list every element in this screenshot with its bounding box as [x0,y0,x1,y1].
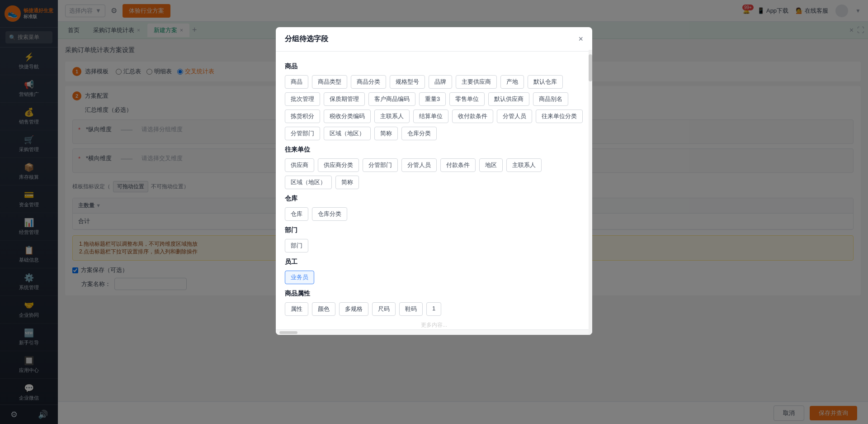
field-manage-dept[interactable]: 分管部门 [285,127,320,140]
field-warehouse[interactable]: 仓库 [285,207,308,221]
field-size[interactable]: 尺码 [372,302,396,316]
field-goods-category[interactable]: 商品分类 [351,75,386,89]
scroll-track [589,50,592,335]
field-region-area[interactable]: 区域（地区） [324,127,371,140]
field-supplier-name[interactable]: 供应商 [285,158,314,172]
horizontal-scroll-bar [276,329,592,335]
group-dept-fields: 部门 [285,239,583,252]
field-default-supplier[interactable]: 默认供应商 [488,92,529,106]
field-region-sup[interactable]: 地区 [479,158,503,172]
field-shelf-life[interactable]: 保质期管理 [324,92,365,106]
field-num1[interactable]: 1 [426,302,441,316]
group-supplier-fields: 供应商 供应商分类 分管部门 分管人员 付款条件 地区 主联系人 区域（地区） … [285,158,583,189]
group-title-employee: 员工 [285,258,583,266]
field-dept[interactable]: 部门 [285,239,308,252]
field-retail-unit[interactable]: 零售单位 [449,92,485,106]
modal-overlay: 分组待选字段 × 商品 商品 商品类型 商品分类 规格型号 品牌 主要供应商 产… [0,0,868,424]
more-indicator: 更多内容... [285,321,583,329]
field-pickup-points[interactable]: 拣货积分 [285,110,320,123]
dialog-body: 商品 商品 商品类型 商品分类 规格型号 品牌 主要供应商 产地 默认仓库 批次… [276,52,592,329]
field-customer-code[interactable]: 客户商品编码 [368,92,415,106]
group-title-supplier: 往来单位 [285,146,583,154]
field-batch-mgmt[interactable]: 批次管理 [285,92,320,106]
dialog-header: 分组待选字段 × [276,27,592,52]
field-settle-unit[interactable]: 结算单位 [413,110,448,123]
horizontal-scroll-thumb[interactable] [279,331,297,334]
field-origin[interactable]: 产地 [500,75,524,89]
group-goods-fields: 商品 商品类型 商品分类 规格型号 品牌 主要供应商 产地 默认仓库 批次管理 … [285,75,583,140]
field-brand[interactable]: 品牌 [429,75,452,89]
field-manager[interactable]: 分管人员 [497,110,532,123]
field-payment-terms[interactable]: 收付款条件 [452,110,493,123]
scroll-thumb[interactable] [589,54,592,81]
dialog-close-button[interactable]: × [578,34,583,44]
field-goods-alias[interactable]: 商品别名 [533,92,568,106]
field-attr[interactable]: 属性 [285,302,308,316]
field-contact-sup[interactable]: 主联系人 [506,158,542,172]
field-select-dialog: 分组待选字段 × 商品 商品 商品类型 商品分类 规格型号 品牌 主要供应商 产… [276,27,592,335]
field-short-name-sup[interactable]: 简称 [335,176,359,189]
field-short-name[interactable]: 简称 [374,127,398,140]
field-warehouse-category[interactable]: 仓库分类 [401,127,437,140]
group-title-goods: 商品 [285,62,583,71]
field-default-warehouse[interactable]: 默认仓库 [528,75,563,89]
field-manager-sup[interactable]: 分管人员 [401,158,437,172]
field-weight3[interactable]: 重量3 [419,92,446,106]
field-dept-sup[interactable]: 分管部门 [363,158,398,172]
field-region-area-sup[interactable]: 区域（地区） [285,176,332,189]
field-sales-rep[interactable]: 业务员 [285,271,314,284]
field-spec-type[interactable]: 规格型号 [390,75,425,89]
dialog-title: 分组待选字段 [285,34,328,44]
group-goods-attr-fields: 属性 颜色 多规格 尺码 鞋码 1 [285,302,583,316]
group-employee-fields: 业务员 [285,271,583,284]
field-supplier-category[interactable]: 供应商分类 [318,158,359,172]
field-color[interactable]: 颜色 [312,302,335,316]
field-tax-code[interactable]: 税收分类编码 [324,110,371,123]
field-shoe-code[interactable]: 鞋码 [399,302,423,316]
field-warehouse-cat[interactable]: 仓库分类 [312,207,347,221]
field-goods[interactable]: 商品 [285,75,308,89]
group-warehouse-fields: 仓库 仓库分类 [285,207,583,221]
group-title-warehouse: 仓库 [285,195,583,203]
field-payment-sup[interactable]: 付款条件 [440,158,476,172]
group-title-dept: 部门 [285,226,583,234]
group-title-goods-attr: 商品属性 [285,290,583,298]
field-main-contact[interactable]: 主联系人 [374,110,410,123]
field-main-supplier[interactable]: 主要供应商 [456,75,497,89]
field-multi-spec[interactable]: 多规格 [339,302,368,316]
field-goods-type[interactable]: 商品类型 [312,75,347,89]
field-incoming-category[interactable]: 往来单位分类 [536,110,583,123]
